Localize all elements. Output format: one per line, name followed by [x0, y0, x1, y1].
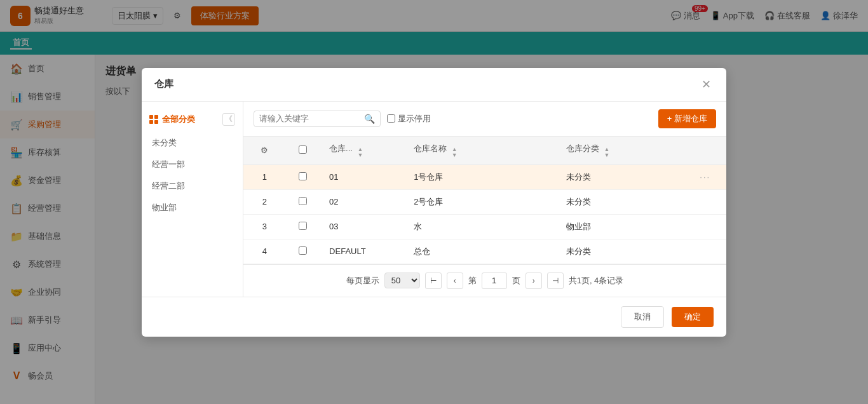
modal-header: 仓库 ✕	[142, 68, 726, 102]
row-check[interactable]	[286, 189, 321, 214]
row-code: 01	[320, 165, 405, 189]
th-code[interactable]: 仓库... ▲▼	[320, 137, 405, 165]
modal-sidebar: 全部分类 《 未分类 经营一部 经营二部 物业部	[142, 102, 243, 297]
modal-sidebar-title: 全部分类	[149, 114, 195, 125]
row-no: 1	[243, 165, 286, 189]
table-head: ⚙ 仓库... ▲▼ 仓库名称	[243, 137, 726, 165]
search-input[interactable]	[259, 114, 360, 123]
row-no: 3	[243, 214, 286, 239]
modal-table: ⚙ 仓库... ▲▼ 仓库名称	[243, 137, 726, 264]
per-page-select[interactable]: 50 10 20 100	[384, 273, 420, 288]
table-row[interactable]: 3 03 水 物业部	[243, 214, 726, 239]
page-prev-btn[interactable]: ‹	[447, 273, 463, 289]
show-disabled-label[interactable]: 显示停用	[387, 113, 431, 125]
table-header-row: ⚙ 仓库... ▲▼ 仓库名称	[243, 137, 726, 165]
modal-cat-dept1[interactable]: 经营一部	[142, 154, 243, 175]
page-last-btn[interactable]: ⊣	[547, 273, 564, 289]
row-code: 03	[320, 214, 405, 239]
grid-icon	[149, 115, 158, 124]
modal-body: 全部分类 《 未分类 经营一部 经营二部 物业部 🔍	[142, 102, 726, 297]
th-name[interactable]: 仓库名称 ▲▼	[405, 137, 557, 165]
row-code: 02	[320, 189, 405, 214]
close-icon[interactable]: ✕	[698, 77, 714, 92]
table-row[interactable]: 1 01 1号仓库 未分类 ···	[243, 165, 726, 189]
modal-content-area: 🔍 显示停用 + 新增仓库 ⚙	[243, 102, 726, 297]
show-disabled-checkbox[interactable]	[387, 114, 395, 123]
gear-icon[interactable]: ⚙	[261, 145, 268, 155]
row-name: 2号仓库	[405, 189, 557, 214]
modal-overlay: 仓库 ✕ 全部分类 《	[0, 0, 868, 404]
modal-title: 仓库	[154, 78, 173, 90]
page-unit: 页	[512, 275, 520, 286]
select-all-checkbox[interactable]	[299, 145, 307, 154]
row-more[interactable]	[684, 189, 726, 214]
modal-toolbar: 🔍 显示停用 + 新增仓库	[243, 102, 726, 137]
row-category: 物业部	[557, 214, 684, 239]
sort-cat-icon: ▲▼	[604, 147, 609, 158]
cancel-button[interactable]: 取消	[621, 306, 664, 328]
sort-icon: ▲▼	[358, 147, 363, 158]
modal-pagination: 每页显示 50 10 20 100 ⊢ ‹ 第 页 › ⊣ 共1页, 4条记录	[243, 264, 726, 297]
th-gear: ⚙	[243, 137, 286, 165]
modal-sidebar-header: 全部分类 《	[142, 109, 243, 132]
page-input[interactable]	[482, 273, 507, 289]
row-check[interactable]	[286, 165, 321, 189]
warehouse-modal: 仓库 ✕ 全部分类 《	[142, 68, 726, 337]
table-row[interactable]: 4 DEFAULT 总仓 未分类	[243, 239, 726, 264]
row-no: 2	[243, 189, 286, 214]
row-name: 1号仓库	[405, 165, 557, 189]
collapse-icon[interactable]: 《	[222, 113, 235, 126]
modal-cat-unclassified[interactable]: 未分类	[142, 132, 243, 154]
per-page-label: 每页显示	[346, 275, 379, 286]
table-row[interactable]: 2 02 2号仓库 未分类	[243, 189, 726, 214]
row-more[interactable]: ···	[684, 165, 726, 189]
row-check[interactable]	[286, 214, 321, 239]
add-warehouse-button[interactable]: + 新增仓库	[658, 109, 716, 128]
row-more[interactable]	[684, 214, 726, 239]
page-first-btn[interactable]: ⊢	[425, 273, 442, 289]
row-code: DEFAULT	[320, 239, 405, 264]
row-name: 水	[405, 214, 557, 239]
search-box: 🔍	[254, 111, 381, 127]
sort-name-icon: ▲▼	[452, 147, 458, 158]
row-more[interactable]	[684, 239, 726, 264]
th-check	[286, 137, 321, 165]
page-label: 第	[468, 275, 477, 286]
table-body: 1 01 1号仓库 未分类 ··· 2 02 2	[243, 165, 726, 264]
search-icon: 🔍	[364, 114, 375, 124]
confirm-button[interactable]: 确定	[672, 307, 714, 327]
th-category[interactable]: 仓库分类 ▲▼	[557, 137, 684, 165]
page-summary: 共1页, 4条记录	[569, 275, 624, 286]
modal-cat-property[interactable]: 物业部	[142, 197, 243, 219]
row-check[interactable]	[286, 239, 321, 264]
modal-cat-dept2[interactable]: 经营二部	[142, 175, 243, 197]
row-no: 4	[243, 239, 286, 264]
warehouse-table: ⚙ 仓库... ▲▼ 仓库名称	[243, 137, 726, 264]
th-more	[684, 137, 726, 165]
page-next-btn[interactable]: ›	[526, 273, 542, 289]
row-category: 未分类	[557, 189, 684, 214]
row-name: 总仓	[405, 239, 557, 264]
row-category: 未分类	[557, 165, 684, 189]
row-category: 未分类	[557, 239, 684, 264]
modal-footer: 取消 确定	[142, 297, 726, 337]
